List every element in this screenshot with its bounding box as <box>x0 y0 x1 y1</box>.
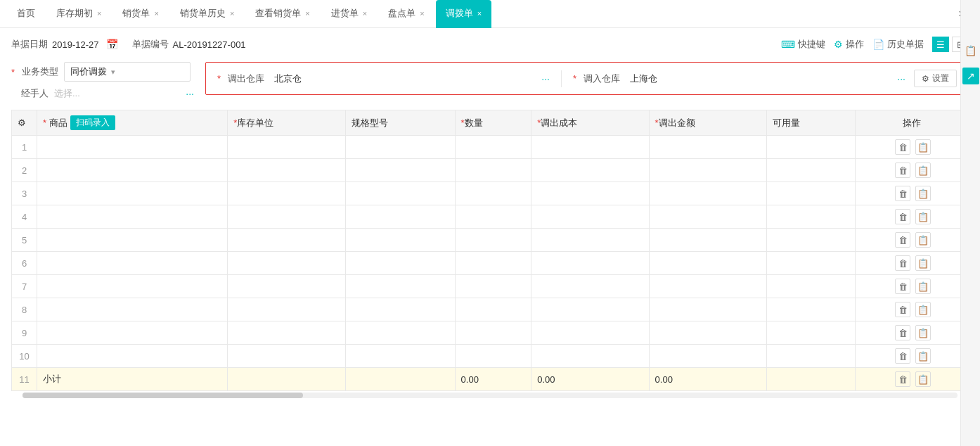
goods-cell[interactable] <box>37 321 228 345</box>
tab-transfer[interactable]: 调拨单 × <box>436 0 491 28</box>
spec-cell[interactable] <box>345 368 455 391</box>
qty-cell[interactable] <box>455 298 531 321</box>
goods-cell[interactable] <box>37 229 228 252</box>
cost-cell[interactable] <box>531 229 649 252</box>
copy-row-button[interactable]: 📋 <box>915 279 931 294</box>
list-view-button[interactable]: ☰ <box>932 37 949 52</box>
amount-cell[interactable] <box>649 252 766 275</box>
copy-row-button[interactable]: 📋 <box>915 302 931 317</box>
unit-cell[interactable] <box>228 252 345 275</box>
goods-cell[interactable] <box>37 182 228 205</box>
copy-row-button[interactable]: 📋 <box>915 163 931 178</box>
tab-home[interactable]: 首页 <box>7 0 45 28</box>
copy-row-button[interactable]: 📋 <box>915 232 931 248</box>
history-action[interactable]: 📄 历史单据 <box>872 38 924 51</box>
unit-cell[interactable] <box>228 321 345 345</box>
sidebar-expand-icon[interactable]: ↗ <box>962 68 979 84</box>
spec-cell[interactable] <box>345 182 455 205</box>
qty-cell[interactable] <box>455 205 531 229</box>
horizontal-scrollbar[interactable] <box>22 393 958 398</box>
qty-cell[interactable] <box>455 275 531 298</box>
qty-cell[interactable] <box>455 345 531 368</box>
qty-cell[interactable] <box>455 252 531 275</box>
tab-close-transfer[interactable]: × <box>477 9 482 18</box>
cost-cell[interactable]: 0.00 <box>531 368 649 391</box>
th-settings[interactable]: ⚙ <box>12 110 37 136</box>
amount-cell[interactable]: 0.00 <box>649 368 766 391</box>
warehouse-out-more[interactable]: ··· <box>541 73 550 84</box>
goods-cell[interactable] <box>37 275 228 298</box>
copy-row-button[interactable]: 📋 <box>915 255 931 271</box>
amount-cell[interactable] <box>649 275 766 298</box>
person-more-button[interactable]: ··· <box>186 88 194 99</box>
cost-cell[interactable] <box>531 298 649 321</box>
cost-cell[interactable] <box>531 136 649 159</box>
warehouse-in-more[interactable]: ··· <box>897 73 905 84</box>
spec-cell[interactable] <box>345 159 455 182</box>
copy-row-button[interactable]: 📋 <box>915 371 931 387</box>
amount-cell[interactable] <box>649 229 766 252</box>
cost-cell[interactable] <box>531 182 649 205</box>
spec-cell[interactable] <box>345 321 455 345</box>
delete-row-button[interactable]: 🗑 <box>895 325 910 340</box>
unit-cell[interactable] <box>228 345 345 368</box>
qty-cell[interactable] <box>455 159 531 182</box>
delete-row-button[interactable]: 🗑 <box>895 279 910 294</box>
delete-row-button[interactable]: 🗑 <box>895 302 910 317</box>
tab-inventory-count[interactable]: 盘点单 × <box>378 0 434 28</box>
qty-cell[interactable] <box>455 182 531 205</box>
cost-cell[interactable] <box>531 159 649 182</box>
tab-close-inventory-count[interactable]: × <box>420 9 424 18</box>
amount-cell[interactable] <box>649 182 766 205</box>
shortcut-action[interactable]: ⌨ 快捷键 <box>781 38 825 51</box>
tab-close-sales-order[interactable]: × <box>154 9 158 18</box>
spec-cell[interactable] <box>345 205 455 229</box>
cost-cell[interactable] <box>531 345 649 368</box>
tab-close-sales-history[interactable]: × <box>230 9 234 18</box>
goods-cell[interactable] <box>37 205 228 229</box>
goods-cell[interactable] <box>37 252 228 275</box>
delete-row-button[interactable]: 🗑 <box>895 255 910 271</box>
tab-sales-order[interactable]: 销货单 × <box>112 0 168 28</box>
unit-cell[interactable] <box>228 229 345 252</box>
tab-view-sales[interactable]: 查看销货单 × <box>245 0 319 28</box>
calendar-icon[interactable]: 📅 <box>106 39 118 50</box>
tab-close-purchase-order[interactable]: × <box>363 9 367 18</box>
cost-cell[interactable] <box>531 205 649 229</box>
tab-close-view-sales[interactable]: × <box>305 9 309 18</box>
spec-cell[interactable] <box>345 229 455 252</box>
copy-row-button[interactable]: 📋 <box>915 348 931 364</box>
unit-cell[interactable] <box>228 182 345 205</box>
cost-cell[interactable] <box>531 252 649 275</box>
amount-cell[interactable] <box>649 298 766 321</box>
spec-cell[interactable] <box>345 136 455 159</box>
goods-cell[interactable] <box>37 159 228 182</box>
amount-cell[interactable] <box>649 136 766 159</box>
delete-row-button[interactable]: 🗑 <box>895 232 910 248</box>
settings-button[interactable]: ⚙ 设置 <box>914 70 957 87</box>
spec-cell[interactable] <box>345 252 455 275</box>
goods-cell[interactable] <box>37 298 228 321</box>
goods-cell[interactable] <box>37 345 228 368</box>
goods-cell[interactable]: 小计 <box>37 368 228 391</box>
tab-close-inventory-init[interactable]: × <box>97 9 101 18</box>
qty-cell[interactable] <box>455 136 531 159</box>
delete-row-button[interactable]: 🗑 <box>895 139 910 155</box>
spec-cell[interactable] <box>345 275 455 298</box>
qty-cell[interactable] <box>455 229 531 252</box>
amount-cell[interactable] <box>649 321 766 345</box>
delete-row-button[interactable]: 🗑 <box>895 209 910 224</box>
delete-row-button[interactable]: 🗑 <box>895 186 910 201</box>
tab-sales-history[interactable]: 销货单历史 × <box>170 0 244 28</box>
delete-row-button[interactable]: 🗑 <box>895 348 910 364</box>
scan-entry-button[interactable]: 扫码录入 <box>70 115 115 130</box>
unit-cell[interactable] <box>228 205 345 229</box>
copy-row-button[interactable]: 📋 <box>915 325 931 340</box>
biz-select[interactable]: 同价调拨 ▾ <box>64 62 191 82</box>
unit-cell[interactable] <box>228 298 345 321</box>
person-select[interactable]: 选择... <box>54 87 80 100</box>
amount-cell[interactable] <box>649 205 766 229</box>
delete-row-button[interactable]: 🗑 <box>895 163 910 178</box>
amount-cell[interactable] <box>649 159 766 182</box>
unit-cell[interactable] <box>228 275 345 298</box>
